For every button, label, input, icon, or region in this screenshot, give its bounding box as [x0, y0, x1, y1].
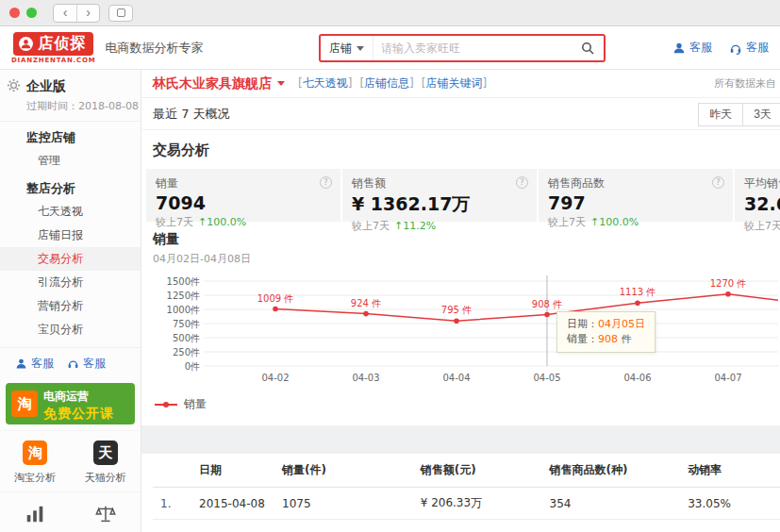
tab-yesterday[interactable]: 昨天 — [698, 103, 743, 126]
hotline-service-link[interactable]: 客服 — [729, 40, 769, 56]
main-content: 林氏木业家具旗舰店 [七天透视] [店铺信息] [店铺关键词] 所有数据来自 最… — [141, 70, 780, 532]
sidebar-item-7day-view[interactable]: 七天透视 — [0, 200, 141, 224]
stat-label: 平均销售价 — [744, 175, 780, 191]
help-icon[interactable]: ? — [712, 176, 724, 189]
help-icon[interactable]: ? — [516, 176, 528, 189]
link-shop-keywords[interactable]: [店铺关键词] — [422, 75, 487, 91]
forward-button[interactable]: › — [76, 5, 99, 22]
breadcrumb: 林氏木业家具旗舰店 [七天透视] [店铺信息] [店铺关键词] 所有数据来自 — [141, 70, 780, 98]
chart-canvas: 0件250件500件750件1000件1250件1500件1009 件924 件… — [153, 270, 778, 389]
sidebar-item-traffic-analysis[interactable]: 引流分析 — [0, 271, 141, 294]
sidebar-item-shop-daily[interactable]: 店铺日报 — [0, 224, 141, 247]
banner-line2: 免费公开课 — [43, 406, 131, 423]
logo-box: 店侦探 — [13, 32, 93, 56]
stat-change: 较上7天↑11.2% — [352, 219, 527, 233]
shop-name-dropdown[interactable]: 林氏木业家具旗舰店 — [153, 75, 285, 92]
back-button[interactable]: ‹ — [54, 5, 76, 22]
sidebar-menu: 监控店铺 管理 整店分析 七天透视 店铺日报 交易分析 引流分析 营销分析 宝贝… — [0, 122, 141, 341]
sidebar-customer-service-link[interactable]: 客服 — [15, 356, 54, 372]
sidebar-item-manage[interactable]: 管理 — [0, 149, 141, 173]
svg-text:1250件: 1250件 — [167, 291, 200, 301]
svg-text:1009 件: 1009 件 — [257, 293, 294, 304]
svg-text:924 件: 924 件 — [351, 298, 381, 308]
cell-sales-amount: ¥ 206.33万 — [421, 495, 550, 511]
stat-label: 销量 — [156, 175, 331, 191]
banner-line1: 电商运营 — [43, 389, 131, 405]
menu-section-shop-analysis: 整店分析 — [0, 173, 141, 200]
search-category-dropdown[interactable]: 店铺 — [321, 36, 373, 60]
svg-text:1500件: 1500件 — [167, 276, 200, 287]
browser-window: ‹ › 店侦探 DIANZHENTAN.COM 电商数据分析专家 店铺 — [0, 0, 780, 532]
app-header: 店侦探 DIANZHENTAN.COM 电商数据分析专家 店铺 — [0, 26, 780, 70]
svg-text:250件: 250件 — [173, 347, 200, 357]
stat-change: 较上7天↑100.0% — [548, 215, 723, 229]
svg-text:04-05: 04-05 — [533, 373, 560, 383]
logo-text: 店侦探 — [38, 34, 86, 54]
person-icon — [672, 42, 686, 55]
svg-text:04-06: 04-06 — [623, 373, 651, 383]
svg-text:04-07: 04-07 — [714, 373, 741, 383]
svg-text:04-02: 04-02 — [261, 373, 289, 383]
site-logo[interactable]: 店侦探 DIANZHENTAN.COM — [11, 32, 96, 64]
link-7day-view[interactable]: [七天透视] — [298, 75, 352, 91]
sidebar-account-block: 企业版 过期时间：2018-08-08 — [0, 70, 141, 122]
up-arrow-icon: ↑ — [198, 216, 207, 228]
customer-service-link[interactable]: 客服 — [672, 40, 712, 56]
sidebar-hotline-service-link[interactable]: 客服 — [67, 356, 106, 372]
site-tagline: 电商数据分析专家 — [106, 40, 204, 57]
edition-label: 企业版 — [26, 78, 141, 95]
link-shop-info[interactable]: [店铺信息] — [359, 75, 413, 91]
section-divider — [141, 425, 780, 454]
taobao-badge-icon: 淘 — [11, 391, 38, 417]
tool-tmall-analysis[interactable]: 天 天猫分析 — [71, 430, 141, 491]
tab-overview-button[interactable] — [108, 5, 133, 22]
help-icon[interactable]: ? — [320, 176, 332, 189]
search-input[interactable] — [373, 42, 572, 55]
tab-3days[interactable]: 3天 — [742, 103, 780, 126]
tool-demotion-check[interactable]: 降权查询 — [71, 491, 141, 532]
svg-text:04-04: 04-04 — [442, 373, 470, 383]
stat-change: 较上7天↑0.7% — [744, 219, 780, 233]
chevron-down-icon — [357, 46, 364, 51]
person-icon — [15, 357, 27, 370]
table-row[interactable]: 1. 2015-04-08 1075 ¥ 206.33万 354 33.05% — [153, 488, 780, 520]
stat-card-sales-qty: 销量 ? 7094 较上7天↑100.0% — [146, 169, 340, 222]
svg-text:500件: 500件 — [173, 333, 200, 343]
zoom-window-button[interactable] — [26, 8, 37, 18]
svg-text:1000件: 1000件 — [167, 305, 200, 315]
legend-label: 销量 — [184, 396, 207, 412]
search-icon — [580, 41, 595, 56]
close-window-button[interactable] — [9, 8, 20, 18]
cell-index: 1. — [153, 497, 199, 510]
sales-line-chart[interactable]: 0件250件500件750件1000件1250件1500件1009 件924 件… — [153, 270, 778, 391]
tool-label: 淘宝分析 — [14, 471, 56, 485]
sidebar-item-marketing-analysis[interactable]: 营销分析 — [0, 294, 141, 318]
gear-icon[interactable] — [7, 78, 21, 95]
sidebar-item-trade-analysis[interactable]: 交易分析 — [0, 247, 141, 271]
overview-row: 最近 7 天概况 昨天 3天 — [141, 98, 780, 130]
stat-card-sold-items: 销售商品数 ? 797 较上7天↑100.0% — [539, 169, 733, 222]
chart-tooltip: 日期：04月05日 销量：908 件 — [556, 311, 656, 353]
svg-text:04-03: 04-03 — [352, 373, 379, 383]
tool-wireless-analysis[interactable]: 无线分析 — [0, 491, 71, 532]
cell-turnover-rate: 33.05% — [688, 497, 780, 510]
stat-change: 较上7天↑100.0% — [156, 215, 331, 229]
free-course-ad-banner[interactable]: 淘 电商运营 免费公开课 — [6, 383, 135, 424]
tool-taobao-analysis[interactable]: 淘 淘宝分析 — [0, 430, 71, 491]
chart-title: 销量 — [153, 231, 780, 248]
header-turnover-rate: 动销率 — [688, 462, 780, 478]
menu-section-monitored-shops: 监控店铺 — [0, 122, 141, 149]
stat-card-avg-price: 平均销售价 ? 32.66元 较上7天↑0.7% — [735, 169, 780, 222]
logo-domain: DIANZHENTAN.COM — [11, 57, 96, 64]
headset-icon — [67, 357, 79, 370]
svg-text:795 件: 795 件 — [441, 305, 472, 315]
sidebar-service-links: 客服 客服 — [0, 347, 141, 379]
search-button[interactable] — [572, 36, 604, 60]
sidebar-tool-grid: 淘 淘宝分析 天 天猫分析 无线分析 — [0, 430, 141, 532]
detective-icon — [18, 36, 34, 52]
sidebar-item-item-analysis[interactable]: 宝贝分析 — [0, 318, 141, 341]
taobao-icon: 淘 — [23, 441, 47, 465]
svg-text:0件: 0件 — [185, 361, 200, 372]
search-category-label: 店铺 — [329, 41, 352, 57]
table-header-row: 日期 销量(件) 销售额(元) 销售商品数(种) 动销率 — [153, 454, 780, 488]
